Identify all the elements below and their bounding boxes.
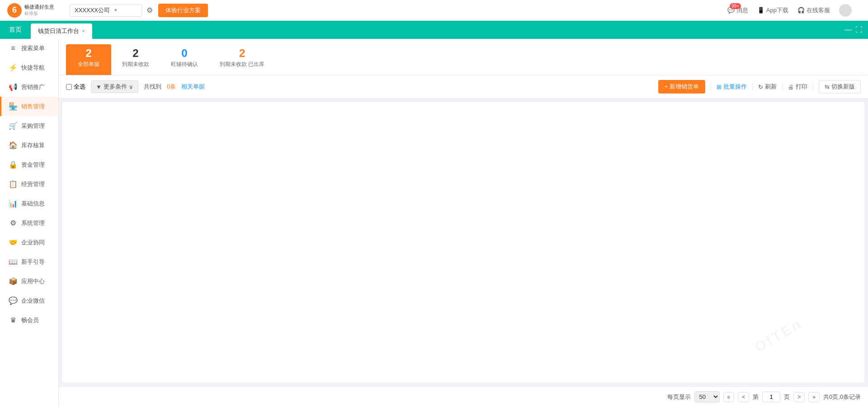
toolbar-right: + 新增销货单 ⊞ 批量操作 ↻ 刷新 🖨 打印 ⇆: [658, 80, 861, 94]
sidebar-item-search-menu[interactable]: ≡ 搜索菜单: [0, 39, 58, 58]
batch-icon: ⊞: [717, 84, 722, 90]
stat-tab-all[interactable]: 2 全部单据: [66, 44, 111, 75]
headset-icon: 🎧: [797, 7, 805, 14]
switch-label: 切换新版: [831, 83, 855, 91]
sidebar-item-inventory[interactable]: 🏠 库存核算: [0, 136, 58, 155]
tabbar-maximize-button[interactable]: ⛶: [855, 26, 863, 34]
app-download-action[interactable]: 📱 App下载: [757, 6, 788, 14]
sidebar-item-finance[interactable]: 🔒 资金管理: [0, 155, 58, 174]
refresh-icon: ↻: [758, 84, 763, 90]
sidebar-item-wechat[interactable]: 💬 企业微信: [0, 291, 58, 310]
tab-active-label: 钱货日清工作台: [38, 27, 79, 35]
sidebar-label-quick-nav: 快捷导航: [21, 64, 45, 72]
switch-version-button[interactable]: ⇆ 切换新版: [819, 80, 861, 94]
select-all-checkbox[interactable]: 全选: [66, 83, 85, 91]
sidebar-item-app-center[interactable]: 📦 应用中心: [0, 271, 58, 291]
sidebar-label-marketing: 营销推广: [21, 83, 45, 91]
logo-icon: 6: [7, 3, 22, 18]
stat-num-overdue: 2: [132, 48, 138, 59]
trial-button[interactable]: 体验行业方案: [158, 4, 208, 17]
sidebar-label-basic-info: 基础信息: [21, 200, 45, 208]
basic-info-icon: 📊: [9, 199, 18, 208]
finance-icon: 🔒: [9, 160, 18, 169]
content-area: 2 全部单据 2 到期未收款 0 旺辅待确认 2 到期未收款 已出库 全选: [59, 39, 868, 407]
sidebar-item-quick-nav[interactable]: ⚡ 快捷导航: [0, 58, 58, 77]
stat-tab-wangwang[interactable]: 0 旺辅待确认: [160, 44, 209, 75]
divider-2: [752, 83, 753, 91]
company-name: XXXXXX公司: [75, 6, 110, 14]
tabbar-minimize-button[interactable]: —: [844, 26, 852, 34]
page-last-button[interactable]: »: [808, 392, 820, 402]
batch-operation-button[interactable]: ⊞ 批量操作: [717, 83, 747, 91]
tab-home[interactable]: 首页: [0, 21, 31, 39]
online-service-action[interactable]: 🎧 在线客服: [797, 6, 830, 14]
new-sales-order-button[interactable]: + 新增销货单: [658, 80, 705, 94]
sidebar-label-operations: 经营管理: [21, 180, 45, 188]
stat-tab-overdue-out[interactable]: 2 到期未收款 已出库: [209, 44, 275, 75]
sidebar-item-sales[interactable]: 🏪 销售管理: [0, 97, 58, 116]
logo-text-block: 畅捷通好生意 标准版: [24, 4, 54, 16]
print-button[interactable]: 🖨 打印: [788, 83, 807, 91]
page-prev-button[interactable]: <: [738, 392, 749, 402]
toolbar: 全选 ▼ 更多条件 ∨ 共找到 0条 相关单据 + 新增销货单 ⊞ 批量操作: [59, 75, 868, 98]
select-all-label: 全选: [74, 83, 85, 91]
message-icon-wrap: 💬 99+: [727, 7, 735, 14]
settings-icon[interactable]: ⚙: [146, 6, 153, 14]
inventory-icon: 🏠: [9, 141, 18, 150]
sidebar-item-cooperation[interactable]: 🤝 企业协同: [0, 233, 58, 252]
tab-active[interactable]: 钱货日清工作台 ×: [31, 23, 92, 39]
select-all-input[interactable]: [66, 84, 72, 90]
total-label: 共0页,0条记录: [823, 393, 861, 401]
tab-close-icon[interactable]: ×: [82, 28, 85, 34]
page-size-select[interactable]: 50 100 200: [694, 391, 720, 402]
page-input[interactable]: [762, 392, 780, 402]
stat-num-wangwang: 0: [181, 48, 187, 59]
sidebar-item-system[interactable]: ⚙ 系统管理: [0, 213, 58, 233]
sidebar-item-marketing[interactable]: 📢 营销推广: [0, 77, 58, 97]
company-arrow-icon: ▼: [113, 8, 118, 13]
page-next-button[interactable]: >: [793, 392, 805, 402]
page-first-button[interactable]: «: [723, 392, 735, 402]
sidebar-item-member[interactable]: ♛ 畅会员: [0, 310, 58, 330]
phone-icon: 📱: [757, 7, 764, 14]
app-download-label: App下载: [766, 6, 788, 14]
stat-num-overdue-out: 2: [239, 48, 245, 59]
sidebar-label-system: 系统管理: [21, 219, 45, 227]
refresh-button[interactable]: ↻ 刷新: [758, 83, 777, 91]
operations-icon: 📋: [9, 180, 18, 188]
topbar: 6 畅捷通好生意 标准版 XXXXXX公司 ▼ ⚙ 体验行业方案 💬 99+ 消…: [0, 0, 868, 21]
refresh-label: 刷新: [765, 83, 777, 91]
sidebar-label-app-center: 应用中心: [21, 277, 45, 285]
stats-tabs: 2 全部单据 2 到期未收款 0 旺辅待确认 2 到期未收款 已出库: [59, 39, 868, 75]
print-label: 打印: [796, 83, 807, 91]
sidebar-label-sales: 销售管理: [21, 103, 45, 111]
sidebar-item-guide[interactable]: 📖 新手引导: [0, 252, 58, 271]
sidebar-item-purchase[interactable]: 🛒 采购管理: [0, 116, 58, 136]
found-count: 0条: [167, 83, 176, 91]
member-icon: ♛: [9, 316, 18, 324]
page-end-label: 页: [784, 393, 790, 401]
guide-icon: 📖: [9, 257, 18, 266]
cooperation-icon: 🤝: [9, 238, 18, 247]
sidebar-label-guide: 新手引导: [21, 258, 45, 266]
sidebar-item-operations[interactable]: 📋 经营管理: [0, 174, 58, 194]
filter-button[interactable]: ▼ 更多条件 ∨: [91, 80, 138, 93]
sidebar-label-search-menu: 搜索菜单: [21, 44, 45, 52]
page-label: 第: [753, 393, 759, 401]
filter-label: 更多条件: [104, 83, 127, 91]
stat-tab-overdue[interactable]: 2 到期未收款: [111, 44, 160, 75]
message-badge: 99+: [730, 3, 741, 9]
app-center-icon: 📦: [9, 277, 18, 285]
avatar[interactable]: [839, 4, 852, 17]
tabbar: 首页 钱货日清工作台 × — ⛶: [0, 21, 868, 39]
filter-icon: ▼: [96, 84, 102, 90]
logo-area: 6 畅捷通好生意 标准版: [7, 3, 66, 18]
related-link[interactable]: 相关单据: [181, 83, 205, 91]
stat-label-all: 全部单据: [78, 61, 99, 68]
message-area[interactable]: 💬 99+ 消息: [727, 6, 748, 14]
table-area: [62, 102, 864, 383]
sidebar-item-basic-info[interactable]: 📊 基础信息: [0, 194, 58, 213]
company-selector[interactable]: XXXXXX公司 ▼: [70, 4, 142, 17]
divider-3: [782, 83, 783, 91]
tabbar-actions: — ⛶: [844, 26, 868, 34]
